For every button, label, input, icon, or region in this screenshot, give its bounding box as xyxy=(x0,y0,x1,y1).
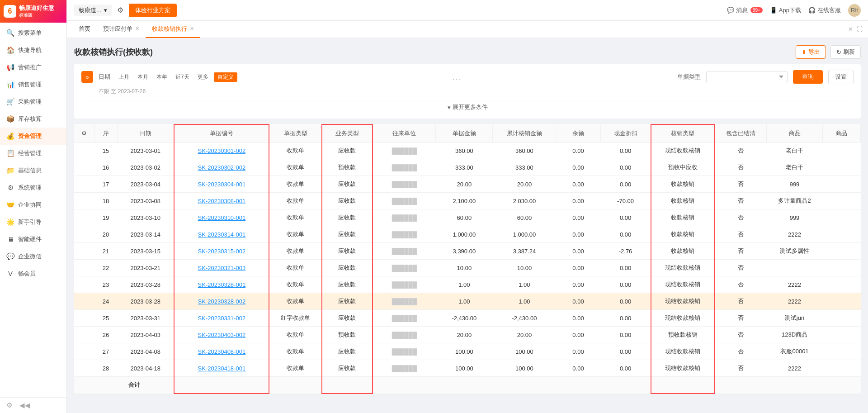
sidebar-item-inventory[interactable]: 📦库存核算 xyxy=(0,110,66,128)
tab-receipt-core[interactable]: 收款核销执行 ✕ xyxy=(146,21,200,38)
cell-receipt-no[interactable]: SK-20230328-002 xyxy=(174,293,269,310)
receipt-type-select[interactable] xyxy=(706,71,788,83)
page-title: 收款核销执行(按收款) xyxy=(74,47,153,57)
sidebar-item-wechat[interactable]: 💬企业微信 xyxy=(0,248,66,265)
filter-row-2: 不限 至 2023-07-26 xyxy=(81,88,854,95)
filter-expand-btn[interactable]: ▾ 展开更多条件 xyxy=(81,101,854,113)
sidebar-item-finance[interactable]: 💰资金管理 xyxy=(0,128,66,145)
online-service-action[interactable]: 🎧 在线客服 xyxy=(808,6,841,14)
table-row[interactable]: 25 2023-03-31 SK-20230331-002 红字收款单 应收款 … xyxy=(74,310,861,327)
table-row[interactable]: 22 2023-03-21 SK-20230321-003 收款单 应收款 ██… xyxy=(74,260,861,276)
tab-close-pre-settlement[interactable]: ✕ xyxy=(135,26,139,32)
sidebar-item-member[interactable]: V畅会员 xyxy=(0,265,66,282)
date-btn-this-year[interactable]: 本年 xyxy=(154,72,170,82)
cell-receipt-no[interactable]: SK-20230301-002 xyxy=(174,142,269,159)
cell-receipt-no[interactable]: SK-20230302-002 xyxy=(174,159,269,176)
cell-receipt-no[interactable]: SK-20230315-002 xyxy=(174,243,269,260)
refresh-button[interactable]: ↻ 刷新 xyxy=(830,45,861,59)
cell-settings xyxy=(74,327,94,343)
sidebar-item-marketing[interactable]: 📢营销推广 xyxy=(0,59,66,76)
table-row[interactable]: 20 2023-03-14 SK-20230314-001 收款单 应收款 ██… xyxy=(74,226,861,243)
sidebar-item-hardware[interactable]: 🖥智能硬件 xyxy=(0,231,66,248)
table-scroll-area[interactable]: ⚙ 序 日期 单据编号 单据类型 业务类型 往来单位 单据金额 累计核销金额 余… xyxy=(74,124,861,394)
cell-include-cleared: 否 xyxy=(714,260,767,276)
col-settings[interactable]: ⚙ xyxy=(74,124,94,142)
cell-receipt-no[interactable]: SK-20230408-001 xyxy=(174,343,269,360)
sidebar-icon-basic-info: 📁 xyxy=(6,166,14,175)
collapse-icon[interactable]: ◀◀ xyxy=(19,401,30,409)
workspace-selector[interactable]: 畅康道... ▾ xyxy=(74,5,112,16)
cell-receipt-no[interactable]: SK-20230304-001 xyxy=(174,176,269,193)
cell-receipt-no[interactable]: SK-20230418-001 xyxy=(174,360,269,377)
cell-receipt-no[interactable]: SK-20230403-002 xyxy=(174,327,269,343)
table-row[interactable]: 21 2023-03-15 SK-20230315-002 收款单 应收款 ██… xyxy=(74,243,861,260)
sidebar-item-sales[interactable]: 📊销售管理 xyxy=(0,76,66,93)
app-download-action[interactable]: 📱 App下载 xyxy=(770,6,801,14)
sidebar-icon-member: V xyxy=(6,270,14,277)
cell-receipt-no[interactable]: SK-20230314-001 xyxy=(174,226,269,243)
cell-cash-discount: 0.00 xyxy=(600,176,651,193)
date-btn-7days[interactable]: 近7天 xyxy=(173,72,192,82)
export-icon: ⬆ xyxy=(802,49,807,56)
cell-no: 28 xyxy=(94,360,117,377)
table-header-row: ⚙ 序 日期 单据编号 单据类型 业务类型 往来单位 单据金额 累计核销金额 余… xyxy=(74,124,861,142)
cell-receipt-no[interactable]: SK-20230328-001 xyxy=(174,276,269,293)
export-button[interactable]: ⬆ 导出 xyxy=(796,45,826,59)
cell-no: 17 xyxy=(94,176,117,193)
sidebar-item-guide[interactable]: 🌟新手引导 xyxy=(0,214,66,231)
message-action[interactable]: 💬 消息 99+ xyxy=(727,6,763,14)
sidebar-item-quick-nav[interactable]: 🏠快捷导航 xyxy=(0,42,66,59)
sidebar-item-system[interactable]: ⚙系统管理 xyxy=(0,179,66,196)
sidebar-item-purchase[interactable]: 🛒采购管理 xyxy=(0,93,66,110)
cell-receipt-no[interactable]: SK-20230308-001 xyxy=(174,193,269,209)
col-receipt-no: 单据编号 xyxy=(174,124,269,142)
table-total-row: 合计 xyxy=(74,377,861,394)
tab-home[interactable]: 首页 xyxy=(72,21,97,38)
table-row[interactable]: 27 2023-04-08 SK-20230408-001 收款单 应收款 ██… xyxy=(74,343,861,360)
sidebar-label-operations: 经营管理 xyxy=(18,149,42,157)
table-row[interactable]: 19 2023-03-10 SK-20230310-001 收款单 应收款 ██… xyxy=(74,209,861,226)
col-cash-discount: 现金折扣 xyxy=(600,124,651,142)
date-btn-last-month[interactable]: 上月 xyxy=(116,72,132,82)
table-row[interactable]: 24 2023-03-28 SK-20230328-002 收款单 应收款 ██… xyxy=(74,293,861,310)
sidebar-item-enterprise[interactable]: 🤝企业协同 xyxy=(0,196,66,214)
table-row[interactable]: 18 2023-03-08 SK-20230308-001 收款单 应收款 ██… xyxy=(74,193,861,209)
date-btn-this-month[interactable]: 本月 xyxy=(135,72,151,82)
sidebar-item-operations[interactable]: 📋经营管理 xyxy=(0,145,66,162)
cell-receipt-no[interactable]: SK-20230321-003 xyxy=(174,260,269,276)
cell-accum-core: 60.00 xyxy=(493,209,556,226)
sidebar-item-basic-info[interactable]: 📁基础信息 xyxy=(0,162,66,179)
date-btn-more[interactable]: 更多 xyxy=(195,72,211,82)
settings-button[interactable]: 设置 xyxy=(828,70,854,84)
query-button[interactable]: 查询 xyxy=(793,70,823,84)
cell-receipt-type: 收款单 xyxy=(269,176,321,193)
industry-solution-button[interactable]: 体验行业方案 xyxy=(129,4,177,17)
sidebar-item-search-menu[interactable]: 🔍搜索菜单 xyxy=(0,24,66,42)
filter-bar: » 日期 上月 本月 本年 近7天 更多 自定义 ... 单据类型 查询 设置 xyxy=(74,64,861,119)
settings-icon[interactable]: ⚙ xyxy=(6,401,12,409)
page-header: 收款核销执行(按收款) ⬆ 导出 ↻ 刷新 xyxy=(74,45,861,59)
tab-pre-settlement[interactable]: 预计应付单 ✕ xyxy=(97,21,146,38)
topbar-gear-icon[interactable]: ⚙ xyxy=(117,6,123,14)
filter-toggle-button[interactable]: » xyxy=(81,71,93,83)
cell-receipt-no[interactable]: SK-20230331-002 xyxy=(174,310,269,327)
col-balance: 余额 xyxy=(556,124,600,142)
table-row[interactable]: 26 2023-04-03 SK-20230403-002 收款单 预收款 ██… xyxy=(74,327,861,343)
table-row[interactable]: 17 2023-03-04 SK-20230304-001 收款单 应收款 ██… xyxy=(74,176,861,193)
cell-settings xyxy=(74,293,94,310)
table-row[interactable]: 16 2023-03-02 SK-20230302-002 收款单 预收款 ██… xyxy=(74,159,861,176)
tab-close-all-icon[interactable]: ✕ xyxy=(848,26,853,33)
cell-date: 2023-03-28 xyxy=(117,293,174,310)
tab-expand-icon[interactable]: ⛶ xyxy=(857,26,863,33)
sidebar-label-hardware: 智能硬件 xyxy=(18,235,42,243)
cell-receipt-type: 收款单 xyxy=(269,327,321,343)
table-row[interactable]: 15 2023-03-01 SK-20230301-002 收款单 应收款 ██… xyxy=(74,142,861,159)
user-avatar[interactable]: Rit xyxy=(848,4,861,17)
cell-core-type: 现结收款核销 xyxy=(651,276,714,293)
tab-close-receipt-core[interactable]: ✕ xyxy=(190,26,194,32)
date-btn-custom[interactable]: 自定义 xyxy=(214,72,237,82)
cell-receipt-no[interactable]: SK-20230310-001 xyxy=(174,209,269,226)
table-row[interactable]: 28 2023-04-18 SK-20230418-001 收款单 应收款 ██… xyxy=(74,360,861,377)
table-row[interactable]: 23 2023-03-28 SK-20230328-001 收款单 应收款 ██… xyxy=(74,276,861,293)
app-name: 畅康道好生意 标准版 xyxy=(19,5,54,18)
